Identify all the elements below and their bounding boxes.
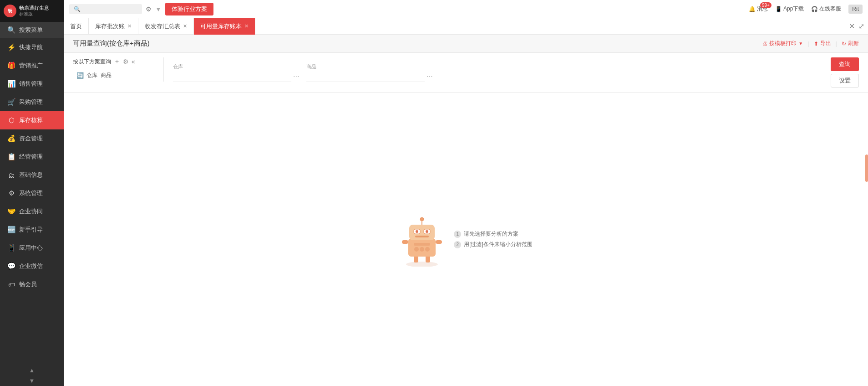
- export-btn[interactable]: ⬆ 导出: [814, 40, 831, 47]
- sidebar: 畅 畅康通好生意 标准版 🔍 搜索菜单 ⚡ 快捷导航 🎁 营销推广 📊 销售管理…: [0, 0, 64, 386]
- tab-close-summary[interactable]: ✕: [183, 23, 187, 29]
- sidebar-item-label: 销售管理: [19, 80, 43, 88]
- sidebar-item-sales[interactable]: 📊 销售管理: [0, 75, 64, 93]
- sidebar-item-label: 新手引导: [19, 226, 43, 234]
- filter-scheme-header: 按以下方案查询 ＋ ⚙ «: [73, 57, 156, 66]
- hint-2: 2 用[过滤]条件来缩小分析范围: [454, 241, 533, 248]
- sidebar-item-basic[interactable]: 🗂 基础信息: [0, 166, 64, 184]
- tab-batch[interactable]: 库存批次账 ✕: [89, 18, 138, 35]
- sidebar-item-member[interactable]: 🏷 畅会员: [0, 275, 64, 293]
- svg-point-17: [425, 247, 430, 252]
- hint-text-2: 用[过滤]条件来缩小分析范围: [464, 241, 533, 248]
- filter-action-buttons: 查询 设置: [826, 57, 859, 87]
- scheme-label: 仓库+商品: [86, 72, 112, 79]
- empty-state: 1 请先选择要分析的方案 2 用[过滤]条件来缩小分析范围: [399, 216, 533, 262]
- scheme-header-label: 按以下方案查询: [73, 58, 111, 66]
- scheme-warehouse-product[interactable]: 🔄 仓库+商品: [73, 69, 156, 82]
- sidebar-item-coop[interactable]: 🤝 企业协同: [0, 202, 64, 221]
- main-content: 🔍 ⚙ ▼ 体验行业方案 🔔 消息 99+ 📱 App下载 🎧 在线客服 Rit: [64, 0, 868, 386]
- hint-1: 1 请先选择要分析的方案: [454, 230, 533, 238]
- sidebar-item-label: 采购管理: [19, 98, 43, 106]
- tag-icon: 🏷: [7, 281, 15, 288]
- svg-point-0: [406, 262, 438, 267]
- sidebar-item-wechat[interactable]: 💬 企业微信: [0, 257, 64, 275]
- query-btn[interactable]: 查询: [831, 57, 859, 71]
- tab-close-available[interactable]: ✕: [244, 23, 249, 29]
- tab-summary[interactable]: 收发存汇总表 ✕: [138, 18, 194, 35]
- cart-icon: 🛒: [7, 98, 15, 106]
- headset-icon: 🎧: [811, 6, 818, 12]
- sidebar-logo: 畅: [4, 5, 16, 17]
- collapse-scheme-btn[interactable]: «: [132, 58, 135, 65]
- sidebar-item-finance[interactable]: 💰 资金管理: [0, 129, 64, 148]
- industry-btn[interactable]: 体验行业方案: [165, 3, 213, 15]
- money-icon: 💰: [7, 134, 15, 143]
- tab-available[interactable]: 可用量库存账本 ✕: [194, 18, 255, 35]
- refresh-icon: ↻: [842, 41, 846, 47]
- topbar: 🔍 ⚙ ▼ 体验行业方案 🔔 消息 99+ 📱 App下载 🎧 在线客服 Rit: [64, 0, 868, 18]
- refresh-btn[interactable]: ↻ 刷新: [842, 40, 859, 47]
- svg-rect-5: [436, 240, 442, 244]
- user-avatar[interactable]: Rit: [848, 5, 863, 14]
- product-input-row: ···: [306, 71, 432, 82]
- printer-icon: 🖨: [762, 41, 767, 47]
- sidebar-item-label: 企业协同: [19, 207, 43, 216]
- sidebar-search-item[interactable]: 🔍 搜索菜单: [0, 22, 64, 38]
- add-scheme-btn[interactable]: ＋: [114, 57, 120, 66]
- svg-point-15: [414, 247, 419, 252]
- customer-service-button[interactable]: 🎧 在线客服: [811, 5, 841, 13]
- warehouse-picker-btn[interactable]: ···: [293, 72, 299, 81]
- sidebar-item-label: 企业微信: [19, 262, 43, 270]
- filter-left: 按以下方案查询 ＋ ⚙ « 🔄 仓库+商品: [73, 57, 164, 82]
- chat-icon: 💬: [7, 262, 15, 270]
- sidebar-header: 畅 畅康通好生意 标准版: [0, 0, 64, 22]
- inventory-icon: ⬡: [7, 116, 15, 124]
- sidebar-scroll-up[interactable]: ▲: [0, 365, 64, 376]
- right-scrollbar[interactable]: [865, 154, 868, 182]
- sidebar-nav: ⚡ 快捷导航 🎁 营销推广 📊 销售管理 🛒 采购管理 ⬡ 库存核算 💰 资金管…: [0, 38, 64, 365]
- gear-icon[interactable]: ⚙: [146, 5, 152, 13]
- warehouse-input[interactable]: [173, 71, 291, 82]
- tab-close-all-button[interactable]: ✕: [849, 22, 855, 31]
- svg-rect-14: [414, 243, 430, 246]
- app-download-button[interactable]: 📱 App下载: [775, 5, 804, 13]
- product-input[interactable]: [306, 71, 425, 82]
- phone-icon: 📱: [775, 6, 782, 12]
- product-picker-btn[interactable]: ···: [426, 72, 432, 81]
- hint-num-1: 1: [454, 231, 461, 238]
- sidebar-scroll-down[interactable]: ▼: [0, 376, 64, 386]
- tab-close-batch[interactable]: ✕: [127, 23, 132, 29]
- sidebar-item-newbie[interactable]: 🆕 新手引导: [0, 221, 64, 239]
- sidebar-search-label: 搜索菜单: [19, 26, 43, 34]
- tab-expand-button[interactable]: ⤢: [858, 22, 864, 31]
- gift-icon: 🎁: [7, 62, 15, 70]
- sidebar-item-operation[interactable]: 📋 经营管理: [0, 148, 64, 166]
- search-icon: 🔍: [7, 26, 15, 34]
- sidebar-item-apps[interactable]: 📱 应用中心: [0, 239, 64, 257]
- sidebar-item-marketing[interactable]: 🎁 营销推广: [0, 57, 64, 75]
- message-button[interactable]: 🔔 消息 99+: [749, 5, 768, 13]
- scheme-icon: 🔄: [76, 72, 84, 79]
- topbar-search-box[interactable]: 🔍: [69, 4, 142, 14]
- settings-btn[interactable]: 设置: [831, 74, 859, 87]
- sidebar-item-system[interactable]: ⚙ 系统管理: [0, 184, 64, 202]
- sidebar-item-inventory[interactable]: ⬡ 库存核算: [0, 111, 64, 129]
- sidebar-item-label: 营销推广: [19, 62, 43, 70]
- sidebar-item-label: 畅会员: [19, 280, 37, 288]
- tabs-bar: 首页 库存批次账 ✕ 收发存汇总表 ✕ 可用量库存账本 ✕ ✕ ⤢: [64, 18, 868, 35]
- sidebar-item-label: 系统管理: [19, 189, 43, 197]
- svg-point-13: [420, 217, 424, 221]
- sidebar-item-purchase[interactable]: 🛒 采购管理: [0, 93, 64, 111]
- tab-home[interactable]: 首页: [64, 18, 89, 35]
- edit-scheme-btn[interactable]: ⚙: [123, 58, 129, 65]
- phone-icon: 📱: [7, 244, 15, 252]
- sidebar-item-quick-nav[interactable]: ⚡ 快捷导航: [0, 38, 64, 57]
- bell-icon: 🔔: [749, 6, 756, 12]
- page-actions: 🖨 按模板打印 ▼ | ⬆ 导出 | ↻ 刷新: [762, 40, 859, 47]
- print-btn[interactable]: 🖨 按模板打印 ▼: [762, 40, 803, 47]
- svg-rect-4: [402, 240, 408, 244]
- warehouse-input-row: ···: [173, 71, 299, 82]
- folder-icon: 🗂: [7, 171, 15, 179]
- divider2: |: [836, 40, 837, 47]
- filter-area: 按以下方案查询 ＋ ⚙ « 🔄 仓库+商品 仓库 ··· 商品: [64, 53, 868, 93]
